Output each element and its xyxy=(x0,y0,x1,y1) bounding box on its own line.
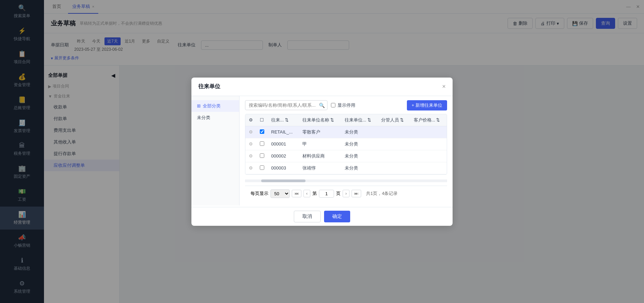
row-category: 未分类 xyxy=(341,126,378,138)
row-select-checkbox[interactable] xyxy=(260,153,264,158)
sort-icon: ⇅ xyxy=(285,117,289,123)
row-price-level xyxy=(410,138,447,150)
modal-right-content: 🔍 显示停用 + 新增往来单位 xyxy=(240,96,453,206)
th-manager[interactable]: 分管人员 ⇅ xyxy=(378,114,410,126)
table-body: ⚙ RETAIL_... 零散客户 未分类 ⚙ 000001 甲 未分类 ⚙ 0… xyxy=(245,126,447,174)
show-disabled-label[interactable]: 显示停用 xyxy=(331,102,355,108)
row-settings[interactable]: ⚙ xyxy=(245,162,256,174)
row-name: 零散客户 xyxy=(299,126,341,138)
row-settings[interactable]: ⚙ xyxy=(245,150,256,162)
row-name: 甲 xyxy=(299,138,341,150)
th-checkbox[interactable]: ☐ xyxy=(256,114,268,126)
partner-search-input[interactable] xyxy=(245,100,327,110)
modal-overlay[interactable]: 往来单位 × ⊞ 全部分类 未分类 xyxy=(44,66,644,303)
row-code: 000001 xyxy=(268,138,299,150)
page-next-button[interactable]: › xyxy=(343,190,349,197)
page-number-input[interactable] xyxy=(319,190,334,198)
row-settings[interactable]: ⚙ xyxy=(245,138,256,150)
main-area: 首页 业务草稿 × — ✕ 业务草稿 草稿转为正式单据时，不会执行满赠促销优惠 … xyxy=(44,0,644,303)
th-name[interactable]: 往来单位名称 ⇅ xyxy=(299,114,341,126)
row-manager xyxy=(378,126,410,138)
search-wrap: 🔍 xyxy=(245,100,327,110)
table-row[interactable]: ⚙ 000003 张靖惇 未分类 xyxy=(245,162,447,174)
table-row[interactable]: ⚙ RETAIL_... 零散客户 未分类 xyxy=(245,126,447,138)
page-prev-button[interactable]: ‹ xyxy=(303,190,310,197)
row-code: RETAIL_... xyxy=(268,126,299,138)
modal-toolbar: 🔍 显示停用 + 新增往来单位 xyxy=(245,100,447,110)
row-price-level xyxy=(410,162,447,174)
row-select-checkbox[interactable] xyxy=(260,141,264,146)
modal-menu-uncategorized[interactable]: 未分类 xyxy=(191,112,239,124)
row-price-level xyxy=(410,150,447,162)
row-name: 材料供应商 xyxy=(299,150,341,162)
row-manager xyxy=(378,138,410,150)
pagination-area: 每页显示 50 10 20 100 ⏮ ‹ 第 xyxy=(251,189,398,198)
show-disabled-checkbox[interactable] xyxy=(331,103,335,107)
search-icon: 🔍 xyxy=(319,103,325,108)
table-row[interactable]: ⚙ 000001 甲 未分类 xyxy=(245,138,447,150)
modal-dialog: 往来单位 × ⊞ 全部分类 未分类 xyxy=(191,78,453,226)
row-checkbox[interactable] xyxy=(256,162,268,174)
row-name: 张靖惇 xyxy=(299,162,341,174)
page-count: 共1页，4条记录 xyxy=(366,190,398,197)
table-row[interactable]: ⚙ 000002 材料供应商 未分类 xyxy=(245,150,447,162)
row-category: 未分类 xyxy=(341,150,378,162)
sort-icon-3: ⇅ xyxy=(367,117,371,123)
row-settings[interactable]: ⚙ xyxy=(245,126,256,138)
modal-close-button[interactable]: × xyxy=(442,83,446,90)
scrollbar-thumb xyxy=(261,179,306,182)
th-category[interactable]: 往来单位... ⇅ xyxy=(341,114,378,126)
modal-table: ⚙ ☐ 往来... ⇅ 往来单位名称 ⇅ 往来单位... ⇅ 分管人员 ⇅ 客户… xyxy=(245,114,447,175)
sort-icon-2: ⇅ xyxy=(330,117,334,123)
th-price[interactable]: 客户价格... ⇅ xyxy=(410,114,447,126)
row-checkbox[interactable] xyxy=(256,138,268,150)
row-price-level xyxy=(410,126,447,138)
partner-table: ⚙ ☐ 往来... ⇅ 往来单位名称 ⇅ 往来单位... ⇅ 分管人员 ⇅ 客户… xyxy=(245,114,447,174)
th-code[interactable]: 往来... ⇅ xyxy=(268,114,299,126)
add-partner-button[interactable]: + 新增往来单位 xyxy=(407,100,447,110)
th-settings[interactable]: ⚙ xyxy=(245,114,256,126)
row-category: 未分类 xyxy=(341,162,378,174)
row-checkbox[interactable] xyxy=(256,126,268,138)
row-select-checkbox[interactable] xyxy=(260,165,264,170)
row-code: 000002 xyxy=(268,150,299,162)
confirm-button[interactable]: 确定 xyxy=(324,211,350,222)
modal-action-buttons: 取消 确定 xyxy=(191,207,453,226)
modal-header: 往来单位 × xyxy=(191,78,453,96)
page-first-button[interactable]: ⏮ xyxy=(292,190,301,197)
content-area: 全部单据 ◀ ▶ 项目合同 ▼ 资金往来 收款单 付款单 费用支出单 其他收入单… xyxy=(44,66,644,303)
modal-body: ⊞ 全部分类 未分类 🔍 xyxy=(191,96,453,206)
modal-pagination: 每页显示 50 10 20 100 ⏮ ‹ 第 xyxy=(245,186,447,201)
sort-icon-5: ⇅ xyxy=(436,117,440,123)
sort-icon-4: ⇅ xyxy=(400,117,404,123)
page-last-button[interactable]: ⏭ xyxy=(352,190,361,197)
cancel-button[interactable]: 取消 xyxy=(294,211,321,222)
modal-left-menu: ⊞ 全部分类 未分类 xyxy=(191,96,240,206)
all-categories-icon: ⊞ xyxy=(197,103,201,108)
row-select-checkbox[interactable] xyxy=(260,129,264,134)
per-page-select[interactable]: 50 10 20 100 xyxy=(270,189,290,198)
row-manager xyxy=(378,162,410,174)
row-checkbox[interactable] xyxy=(256,150,268,162)
row-category: 未分类 xyxy=(341,138,378,150)
table-header: ⚙ ☐ 往来... ⇅ 往来单位名称 ⇅ 往来单位... ⇅ 分管人员 ⇅ 客户… xyxy=(245,114,447,126)
row-code: 000003 xyxy=(268,162,299,174)
horizontal-scrollbar[interactable] xyxy=(245,179,447,182)
modal-menu-all[interactable]: ⊞ 全部分类 xyxy=(191,100,239,112)
row-manager xyxy=(378,150,410,162)
modal-title: 往来单位 xyxy=(198,83,220,90)
